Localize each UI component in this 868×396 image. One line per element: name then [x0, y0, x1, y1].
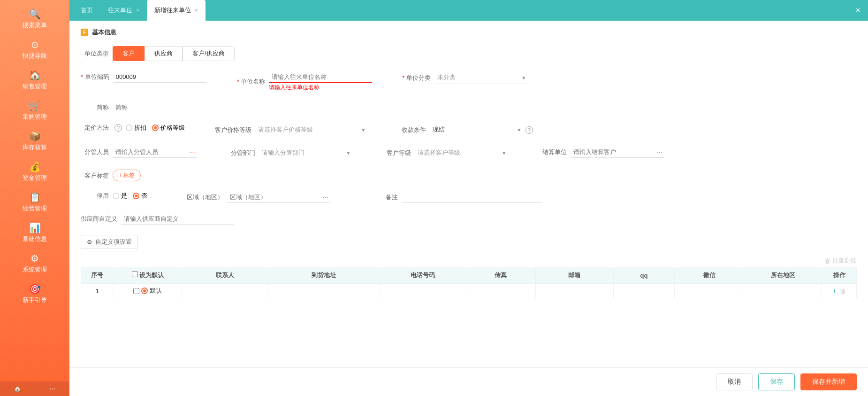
settlement-ellipsis-btn[interactable]: ···	[655, 148, 664, 156]
remark-input[interactable]	[402, 192, 542, 203]
tab-new-contact-close[interactable]: ×	[195, 7, 198, 14]
sidebar-item-system[interactable]: ⚙ 系统管理	[0, 248, 69, 279]
unit-code-input[interactable]	[113, 71, 207, 83]
remark-label: 备注	[370, 193, 398, 202]
sidebar-item-purchase[interactable]: 🛒 采购管理	[0, 95, 69, 126]
unit-category-select[interactable]: 未分类 ▾	[434, 71, 528, 84]
add-row-button[interactable]: +	[833, 287, 837, 295]
window-close-button[interactable]: ×	[852, 6, 864, 16]
region-input[interactable]	[227, 192, 320, 202]
cell-contact	[182, 284, 268, 298]
tab-home[interactable]: 首页	[73, 0, 100, 21]
basic-info-icon: 📊	[29, 222, 41, 233]
table-header-bar: 🗑 批量删除	[81, 256, 857, 265]
customer-price-label: 客户价格等级	[215, 126, 251, 134]
contact-input[interactable]	[204, 287, 246, 295]
sidebar-item-sales[interactable]: 🏠 销售管理	[0, 65, 69, 95]
email-input[interactable]	[556, 287, 593, 295]
section-title-text: 基本信息	[92, 28, 116, 37]
chevron-down-icon: ▾	[522, 74, 525, 81]
customer-level-select[interactable]: 请选择客户等级 ▾	[415, 147, 509, 159]
default-radio-option[interactable]: 默认	[141, 287, 162, 295]
customer-price-group: 客户价格等级 请选择客户价格等级 ▾	[215, 124, 368, 136]
row-checkbox[interactable]	[133, 288, 139, 294]
short-name-row: 简称	[81, 102, 857, 115]
tab-contacts[interactable]: 往来单位 ×	[100, 0, 147, 21]
sidebar-item-guide[interactable]: 🎯 新手引导	[0, 279, 69, 309]
batch-delete-label: 批量删除	[832, 256, 857, 265]
tags-row: 客户标签 + 标签	[81, 170, 857, 183]
sidebar-item-label: 库存核算	[23, 143, 47, 152]
short-name-group: 简称	[81, 102, 206, 113]
pricing-help-icon[interactable]: ?	[114, 124, 122, 132]
tab-new-contact[interactable]: 新增往来单位 ×	[147, 0, 206, 21]
short-name-input[interactable]	[113, 102, 206, 113]
region-group: 区域（地区） ···	[187, 192, 330, 203]
sidebar-item-search[interactable]: 🔍 搜索菜单	[0, 4, 69, 34]
select-all-checkbox[interactable]	[132, 271, 138, 277]
wechat-input[interactable]	[693, 287, 726, 295]
pricing-method-label: 定价方法	[81, 124, 109, 132]
unit-type-buttons: 客户 供应商 客户/供应商	[113, 46, 235, 61]
type-btn-customer[interactable]: 客户	[113, 46, 145, 61]
type-btn-both[interactable]: 客户/供应商	[183, 46, 235, 61]
pricing-discount-option[interactable]: 折扣	[126, 124, 146, 132]
type-btn-supplier[interactable]: 供应商	[145, 46, 183, 61]
sidebar-item-basic-info[interactable]: 📊 基础信息	[0, 217, 69, 248]
payment-help-icon[interactable]: ?	[525, 126, 533, 134]
sidebar-item-finance[interactable]: 💰 资金管理	[0, 156, 69, 187]
add-tag-button[interactable]: + 标签	[113, 170, 141, 181]
content-area: F 基本信息 单位类型 客户 供应商 客户/供应商 单位编码 单位名称	[69, 21, 868, 367]
disabled-label: 停用	[81, 192, 109, 200]
sidebar-more-btn[interactable]: ⋯	[35, 381, 69, 396]
sidebar-item-inventory[interactable]: 📦 库存核算	[0, 126, 69, 156]
operations-icon: 📋	[29, 192, 41, 203]
table-header: 序号 设为默认 联系人 到货地址 电话号码 传真 邮箱 qq 微信 所在地区 操…	[81, 267, 857, 284]
manager-input[interactable]	[113, 147, 187, 157]
tab-contacts-close[interactable]: ×	[136, 7, 139, 14]
disabled-no-option[interactable]: 否	[133, 192, 147, 200]
inventory-icon: 📦	[29, 131, 41, 142]
delete-row-button[interactable]: 🗑	[839, 287, 846, 295]
cancel-button[interactable]: 取消	[716, 373, 753, 390]
tab-new-contact-label: 新增往来单位	[154, 6, 191, 15]
table-header-row: 序号 设为默认 联系人 到货地址 电话号码 传真 邮箱 qq 微信 所在地区 操…	[81, 267, 857, 284]
more-icon: ⋯	[49, 385, 55, 392]
batch-delete-button[interactable]: 🗑 批量删除	[824, 256, 857, 265]
supplier-custom-input[interactable]	[121, 213, 234, 225]
sidebar-item-quick-nav[interactable]: ⊙ 快捷导航	[0, 34, 69, 65]
region-ellipsis-btn[interactable]: ···	[320, 193, 330, 202]
sidebar-item-label: 采购管理	[23, 113, 47, 121]
custom-settings-button[interactable]: ⚙ 自定义项设置	[81, 235, 138, 249]
customer-price-select[interactable]: 请选择客户价格等级 ▾	[255, 124, 368, 136]
unit-name-input[interactable]	[269, 71, 372, 83]
address-input[interactable]	[296, 287, 352, 295]
unit-category-value: 未分类	[437, 73, 456, 82]
manager-ellipsis-btn[interactable]: ···	[187, 148, 197, 156]
save-new-button[interactable]: 保存并新增	[800, 373, 857, 390]
quick-nav-icon: ⊙	[31, 39, 39, 50]
department-select[interactable]: 请输入分管部门 ▾	[259, 147, 353, 159]
custom-settings-label: 自定义项设置	[95, 238, 132, 246]
sidebar-item-operations[interactable]: 📋 经营管理	[0, 187, 69, 217]
settlement-input[interactable]	[571, 147, 655, 157]
settlement-input-wrapper: ···	[571, 147, 664, 158]
col-phone: 电话号码	[380, 267, 466, 284]
unit-category-group: 单位分类 未分类 ▾	[402, 71, 528, 84]
region-input-wrapper: ···	[227, 192, 330, 203]
footer-bar: 取消 保存 保存并新增	[69, 367, 868, 396]
sidebar-item-label: 新手引导	[23, 296, 47, 304]
qq-input[interactable]	[630, 287, 658, 295]
pricing-radio-group: 折扣 价格等级	[126, 124, 185, 132]
save-button[interactable]: 保存	[758, 373, 795, 390]
disabled-yes-option[interactable]: 是	[113, 192, 127, 200]
sidebar-home-btn[interactable]: 🏠	[0, 381, 35, 396]
phone-input[interactable]	[402, 287, 444, 295]
region-cell-input[interactable]	[764, 287, 802, 295]
fax-input[interactable]	[484, 287, 517, 295]
pricing-level-option[interactable]: 价格等级	[152, 124, 185, 132]
col-email: 邮箱	[535, 267, 613, 284]
chevron-down-icon: ▾	[347, 149, 350, 156]
cell-seq: 1	[81, 284, 114, 298]
payment-terms-select[interactable]: 现结 ▾	[430, 124, 524, 136]
